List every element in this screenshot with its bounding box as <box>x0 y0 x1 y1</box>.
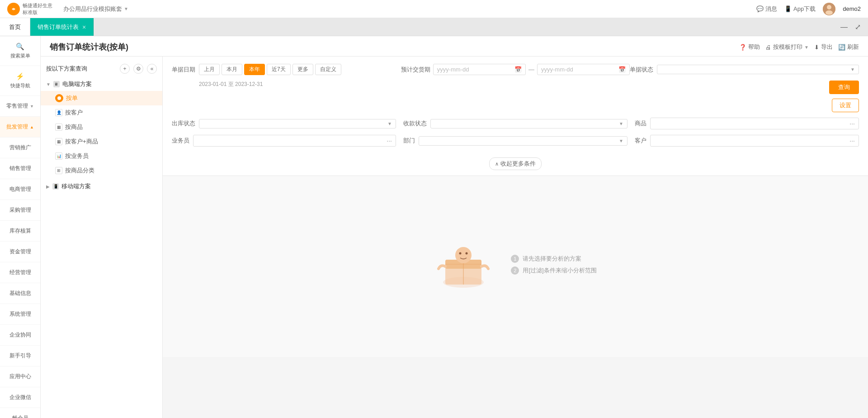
date-btn-this-month[interactable]: 本月 <box>222 64 242 75</box>
date-btn-more[interactable]: 更多 <box>292 64 313 75</box>
inventory-label: 库存核算 <box>9 227 31 235</box>
date-btn-this-year[interactable]: 本年 <box>244 64 265 75</box>
sidebar-item-newuser[interactable]: 新手引导 <box>0 346 40 366</box>
hint-num-2: 2 <box>511 266 519 275</box>
purchase-label: 采购管理 <box>9 206 31 214</box>
maximize-button[interactable]: ⤢ <box>853 21 863 33</box>
search-button[interactable]: 查询 <box>829 81 859 94</box>
help-button[interactable]: ❓ 帮助 <box>739 43 760 51</box>
sidebar-item-collab[interactable]: 企业协同 <box>0 325 40 346</box>
bill-status-field: 单据状态 ▼ <box>630 65 859 74</box>
scheme-by-goods-label: 按商品 <box>65 123 83 131</box>
pc-group-arrow-icon: ▼ <box>46 82 51 87</box>
active-tab[interactable]: 销售订单统计表 × <box>30 18 94 36</box>
expected-delivery-start[interactable]: yyyy-mm-dd 📅 <box>433 64 526 75</box>
department-select[interactable]: ▼ <box>419 136 627 146</box>
date-btn-7days[interactable]: 近7天 <box>267 64 291 75</box>
scheme-item-by-salesperson[interactable]: 📊 按业务员 <box>41 149 162 163</box>
add-scheme-button[interactable]: + <box>120 64 130 74</box>
sidebar-item-retail[interactable]: 零售管理 ▼ <box>0 96 40 117</box>
sidebar-item-wechat[interactable]: 企业微信 <box>0 387 40 408</box>
customer-field: 客户 ··· <box>635 135 859 147</box>
expected-delivery-end[interactable]: yyyy-mm-dd 📅 <box>537 64 630 75</box>
mobile-group-label: 📱 移动端方案 <box>52 182 91 190</box>
goods-select[interactable]: ··· <box>650 118 859 129</box>
scheme-item-by-category[interactable]: ⊞ 按商品分类 <box>41 163 162 178</box>
svg-point-11 <box>459 252 462 255</box>
sidebar-item-search[interactable]: 🔍 搜索菜单 <box>0 36 40 66</box>
collection-status-select[interactable]: ▼ <box>430 119 627 128</box>
bill-status-label: 单据状态 <box>630 66 653 74</box>
sidebar-item-finance[interactable]: 资金管理 <box>0 242 40 262</box>
empty-content: 1 请先选择要分析的方案 2 用[过滤]条件来缩小分析范围 <box>434 237 596 296</box>
sidebar-item-basic-info[interactable]: 基础信息 <box>0 283 40 304</box>
empty-state: 1 请先选择要分析的方案 2 用[过滤]条件来缩小分析范围 <box>163 176 868 357</box>
home-tab-label: 首页 <box>9 23 21 31</box>
newuser-label: 新手引导 <box>9 352 31 360</box>
logo-icon <box>7 3 20 15</box>
date-btn-last-month[interactable]: 上月 <box>199 64 220 75</box>
refresh-button[interactable]: 🔄 刷新 <box>838 43 859 51</box>
sidebar-item-ecommerce[interactable]: 电商管理 <box>0 179 40 200</box>
export-button[interactable]: ⬇ 导出 <box>814 43 833 51</box>
tab-close-icon[interactable]: × <box>82 24 86 31</box>
customer-ellipsis-icon: ··· <box>849 137 855 144</box>
settings-scheme-button[interactable]: ⚙ <box>133 64 143 74</box>
appcenter-label: 应用中心 <box>9 373 31 380</box>
goods-icon: ▦ <box>55 124 62 131</box>
hint-text-1: 请先选择要分析的方案 <box>523 255 581 263</box>
sidebar-item-sales[interactable]: 销售管理 <box>0 158 40 179</box>
sidebar-item-appcenter[interactable]: 应用中心 <box>0 366 40 387</box>
collapse-button[interactable]: ∧ 收起更多条件 <box>489 157 542 170</box>
mobile-group-header[interactable]: ▶ 📱 移动端方案 <box>41 180 162 193</box>
customer-select[interactable]: ··· <box>650 135 859 147</box>
shipment-status-select[interactable]: ▼ <box>199 119 396 128</box>
mobile-group-icon: 📱 <box>52 183 59 190</box>
sidebar-item-inventory[interactable]: 库存核算 <box>0 221 40 242</box>
app-download-action[interactable]: 📱 App下载 <box>784 5 816 13</box>
sales-person-select[interactable]: ··· <box>193 135 396 147</box>
date-btn-custom[interactable]: 自定义 <box>315 64 341 75</box>
expected-delivery-start-placeholder: yyyy-mm-dd <box>437 66 469 73</box>
message-action[interactable]: 💬 消息 <box>756 5 777 13</box>
scheme-item-by-customer-goods[interactable]: ▦ 按客户+商品 <box>41 134 162 149</box>
date-filter-field: 单据日期 上月 本月 本年 近7天 更多 自定义 <box>172 64 401 75</box>
sidebar-item-quicknav[interactable]: ⚡ 快捷导航 <box>0 66 40 96</box>
shipment-status-label: 出库状态 <box>172 119 195 128</box>
workspace-selector[interactable]: 办公用品行业模拟账套 ▼ <box>63 5 128 13</box>
minimize-button[interactable]: — <box>839 21 849 33</box>
department-field: 部门 ▼ <box>403 136 627 146</box>
sidebar-item-purchase[interactable]: 采购管理 <box>0 200 40 221</box>
expected-delivery-end-placeholder: yyyy-mm-dd <box>541 66 573 73</box>
user-name[interactable]: demo2 <box>843 5 861 12</box>
export-icon: ⬇ <box>814 44 819 51</box>
sidebar-item-wholesale[interactable]: 批发管理 ▲ <box>0 117 40 138</box>
active-tab-label: 销售订单统计表 <box>38 23 79 31</box>
home-tab[interactable]: 首页 <box>0 18 30 36</box>
scheme-item-by-customer[interactable]: 👤 按客户 <box>41 105 162 120</box>
scheme-item-by-order[interactable]: 按单 <box>41 91 162 105</box>
content-body: 按以下方案查询 + ⚙ « ▼ 🖥 电脑端方案 <box>41 57 868 418</box>
scheme-item-by-goods[interactable]: ▦ 按商品 <box>41 120 162 134</box>
sidebar-item-system[interactable]: 系统管理 <box>0 304 40 325</box>
pc-group-label: 🖥 电脑端方案 <box>53 80 92 88</box>
logo-text: 畅捷通好生意 标准版 <box>23 2 52 15</box>
settings-button[interactable]: 设置 <box>832 99 859 112</box>
svg-point-12 <box>466 252 468 255</box>
sidebar-item-member[interactable]: 畅会员 <box>0 408 40 418</box>
print-button[interactable]: 🖨 按模板打印 ▼ <box>765 43 809 51</box>
sidebar-item-operations[interactable]: 经营管理 <box>0 262 40 283</box>
filter-row-2: 出库状态 ▼ 收款状态 ▼ <box>172 118 859 129</box>
collapse-panel-button[interactable]: « <box>147 64 157 74</box>
pc-group-header[interactable]: ▼ 🖥 电脑端方案 <box>41 77 162 91</box>
sidebar-item-marketing[interactable]: 营销推广 <box>0 138 40 158</box>
goods-label: 商品 <box>635 119 646 128</box>
main-layout: 🔍 搜索菜单 ⚡ 快捷导航 零售管理 ▼ 批发管理 ▲ 营销推广 销售管理 电商… <box>0 36 868 418</box>
basic-info-label: 基础信息 <box>9 290 31 297</box>
hint-num-1: 1 <box>511 255 519 263</box>
bill-status-select[interactable]: ▼ <box>657 65 859 74</box>
ecommerce-label: 电商管理 <box>9 185 31 193</box>
scheme-by-customer-goods-label: 按客户+商品 <box>65 138 98 146</box>
bill-status-chevron-icon: ▼ <box>850 67 855 72</box>
expected-delivery-label: 预计交货期 <box>401 66 430 74</box>
